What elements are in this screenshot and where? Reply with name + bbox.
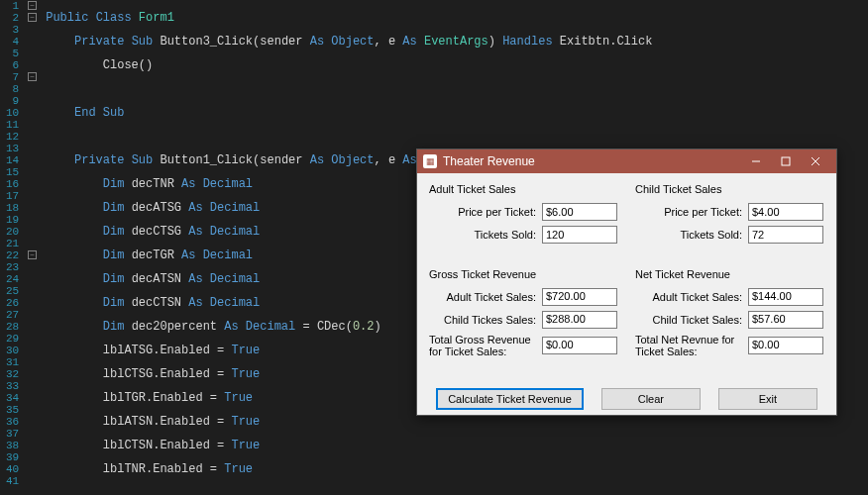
- net-child-value: $57.60: [748, 311, 823, 329]
- adult-sales-group: Adult Ticket Sales Price per Ticket: Tic…: [429, 181, 617, 248]
- label-child-sales: Child Tickes Sales:: [429, 314, 542, 326]
- adult-qty-input[interactable]: [542, 226, 617, 244]
- minimize-button[interactable]: [741, 150, 771, 172]
- child-price-input[interactable]: [748, 203, 823, 221]
- code-line: Close(): [46, 59, 703, 71]
- net-adult-value: $144.00: [748, 288, 823, 306]
- label-price-per-ticket: Price per Ticket:: [635, 206, 748, 218]
- fold-column[interactable]: − − − −: [27, 0, 42, 495]
- maximize-button[interactable]: [771, 150, 801, 172]
- label-total-net: Total Net Revnue for Ticket Sales:: [635, 334, 748, 357]
- theater-revenue-window: ▦ Theater Revenue Adult Ticket Sales Pri…: [416, 148, 837, 416]
- code-line: End Sub: [46, 107, 703, 119]
- window-title: Theater Revenue: [443, 154, 741, 168]
- gross-adult-value: $720.00: [542, 288, 617, 306]
- section-title: Adult Ticket Sales: [429, 183, 617, 195]
- titlebar[interactable]: ▦ Theater Revenue: [417, 149, 836, 173]
- section-title: Child Ticket Sales: [635, 183, 823, 195]
- child-sales-group: Child Ticket Sales Price per Ticket: Tic…: [635, 181, 823, 248]
- window-icon: ▦: [423, 154, 437, 168]
- label-tickets-sold: Tickets Sold:: [429, 229, 542, 241]
- child-qty-input[interactable]: [748, 226, 823, 244]
- label-adult-sales: Adult Ticket Sales:: [635, 291, 748, 303]
- label-adult-sales: Adult Ticket Sales:: [429, 291, 542, 303]
- code-line: Public Class Form1: [46, 12, 703, 24]
- calculate-button[interactable]: Calculate Ticket Revenue: [436, 388, 584, 410]
- code-line: [46, 83, 703, 95]
- code-line: lblTNR.Enabled = True: [46, 463, 703, 475]
- section-title: Net Ticket Revenue: [635, 268, 823, 280]
- fold-toggle-icon[interactable]: −: [28, 1, 37, 10]
- gross-child-value: $288.00: [542, 311, 617, 329]
- clear-button[interactable]: Clear: [601, 388, 701, 410]
- fold-toggle-icon[interactable]: −: [28, 13, 37, 22]
- line-number-gutter: 12345 678910 1112131415 1617181920 21222…: [0, 0, 27, 495]
- exit-button[interactable]: Exit: [718, 388, 817, 410]
- adult-price-input[interactable]: [542, 203, 617, 221]
- net-revenue-group: Net Ticket Revenue Adult Ticket Sales: $…: [635, 266, 823, 362]
- code-line: Private Sub Button3_Click(sender As Obje…: [46, 36, 703, 48]
- code-line: lblCTSN.Enabled = True: [46, 440, 703, 451]
- label-price-per-ticket: Price per Ticket:: [429, 206, 542, 218]
- code-line: [46, 487, 703, 495]
- label-child-sales: Child Ticket Sales:: [635, 314, 748, 326]
- fold-toggle-icon[interactable]: −: [28, 250, 37, 259]
- code-line: [46, 131, 703, 143]
- label-total-gross: Total Gross Revenue for Ticket Sales:: [429, 334, 542, 357]
- net-total-value: $0.00: [748, 337, 823, 354]
- svg-rect-1: [782, 157, 790, 165]
- section-title: Gross Ticket Revenue: [429, 268, 617, 280]
- label-tickets-sold: Tickets Sold:: [635, 229, 748, 241]
- gross-revenue-group: Gross Ticket Revenue Adult Ticket Sales:…: [429, 266, 617, 362]
- fold-toggle-icon[interactable]: −: [28, 72, 37, 81]
- gross-total-value: $0.00: [542, 337, 617, 354]
- close-button[interactable]: [801, 150, 830, 172]
